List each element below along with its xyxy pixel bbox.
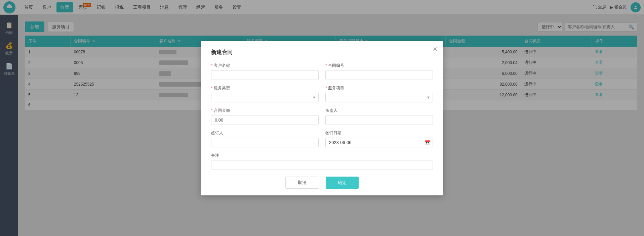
contract-no-label: 合同编号 bbox=[325, 63, 344, 68]
customer-name-input[interactable] bbox=[211, 70, 319, 80]
field-contract-amount: 合同金额 bbox=[211, 108, 319, 125]
responsible-label: 负责人 bbox=[325, 108, 433, 113]
field-contract-no: 合同编号 bbox=[325, 63, 433, 80]
field-service-item: 服务项目 ▼ bbox=[325, 85, 433, 102]
sign-date-input[interactable] bbox=[325, 138, 433, 147]
cancel-button[interactable]: 取消 bbox=[285, 177, 319, 189]
remark-label: 备注 bbox=[211, 153, 433, 158]
signer-input[interactable] bbox=[211, 138, 319, 147]
modal-close-button[interactable]: ✕ bbox=[433, 46, 438, 53]
field-customer-name: 客户名称 bbox=[211, 63, 319, 80]
service-type-label: 服务类型 bbox=[211, 85, 319, 91]
field-responsible: 负责人 bbox=[325, 108, 433, 125]
field-service-type: 服务类型 ▼ bbox=[211, 85, 319, 102]
service-item-select[interactable] bbox=[325, 93, 433, 102]
service-item-label: 服务项目 bbox=[325, 85, 433, 91]
modal-footer: 取消 确定 bbox=[211, 177, 433, 189]
modal-title: 新建合同 bbox=[211, 49, 433, 56]
calendar-icon[interactable]: 📅 bbox=[425, 140, 430, 145]
contract-amount-label: 合同金额 bbox=[211, 108, 319, 113]
responsible-input[interactable] bbox=[325, 115, 433, 125]
modal-overlay[interactable]: 新建合同 ✕ 客户名称 合同编号 服务类型 bbox=[0, 0, 644, 236]
service-type-select-wrapper: ▼ bbox=[211, 93, 319, 102]
service-type-select[interactable] bbox=[211, 93, 319, 102]
sign-date-wrapper: 📅 bbox=[325, 138, 433, 147]
signer-label: 签订人 bbox=[211, 130, 319, 136]
field-sign-date: 签订日期 📅 bbox=[325, 130, 433, 147]
new-contract-modal: 新建合同 ✕ 客户名称 合同编号 服务类型 bbox=[201, 41, 443, 195]
contract-no-input[interactable] bbox=[325, 70, 433, 80]
sign-date-label: 签订日期 bbox=[325, 130, 433, 136]
contract-amount-input[interactable] bbox=[211, 115, 319, 125]
customer-name-label: 客户名称 bbox=[211, 63, 230, 68]
service-item-select-wrapper: ▼ bbox=[325, 93, 433, 102]
field-signer: 签订人 bbox=[211, 130, 319, 147]
form-grid: 客户名称 合同编号 服务类型 ▼ bbox=[211, 63, 433, 170]
field-remark: 备注 bbox=[211, 153, 433, 170]
remark-input[interactable] bbox=[211, 160, 433, 170]
confirm-button[interactable]: 确定 bbox=[326, 177, 359, 189]
